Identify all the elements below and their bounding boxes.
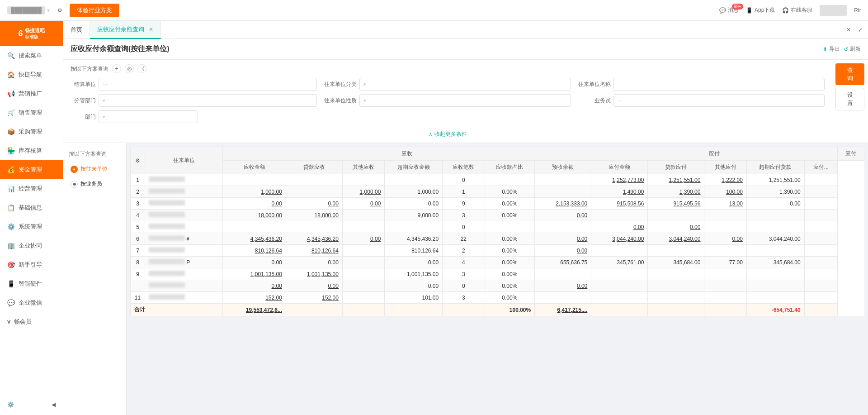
breadcrumb-text: ████████ [7,6,45,14]
department-arrow: ▾ [103,114,105,120]
settlement-input[interactable]: ··· [99,78,317,91]
layout: 6 畅捷通吧 标准版 🔍 搜索菜单 🏠 快捷导航 📢 营销推广 🛒 销售管理 📦… [0,21,868,415]
messages-btn[interactable]: 💬 消息 99+ [719,6,739,14]
filter-panel-header: 按以下方案查询 [63,147,126,162]
sidebar-item-marketing[interactable]: 📢 营销推广 [0,84,63,103]
search-icon: 🔍 [7,52,15,59]
sidebar-label-purchase: 采购管理 [19,128,42,136]
tab-expand-btn[interactable]: ⤢ [856,25,864,35]
user-area[interactable] [820,5,847,16]
salesperson-input[interactable]: ··· [613,94,825,107]
tab-home[interactable]: 首页 [63,21,90,39]
total-ap-loan [648,304,704,316]
sidebar-item-guide[interactable]: 🎯 新手引导 [0,255,63,274]
messages-badge: 99+ [732,4,743,10]
sidebar-label-marketing: 营销推广 [19,90,42,98]
sidebar-item-basic-info[interactable]: 📋 基础信息 [0,198,63,217]
th-ap-remaining-top: 应付 [837,147,864,161]
th-partner: 往来单位 [145,147,223,174]
sales-icon: 🛒 [7,109,15,116]
total-ar-prepay[interactable]: 6,417,215.... [535,304,591,316]
sidebar-item-hardware[interactable]: 📱 智能硬件 [0,274,63,293]
sidebar-label-operation: 经营管理 [19,185,42,193]
unit-category-select[interactable]: ▾ [359,78,571,91]
th-ar-other: 其他应收 [342,161,384,174]
th-ar-count: 应收笔数 [443,161,485,174]
sidebar-item-purchase[interactable]: 📦 采购管理 [0,122,63,141]
th-ap-overdue: 超期应付货款 [746,161,804,174]
set-btn[interactable]: 设置 [835,88,864,110]
refresh-btn[interactable]: ↺ 刷新 [844,45,861,53]
dept-select[interactable]: ▾ [99,94,317,107]
unit-nature-label: 往来单位性质 [324,97,357,105]
export-label: 导出 [829,45,840,53]
sidebar-item-search[interactable]: 🔍 搜索菜单 [0,46,63,65]
messages-icon: 💬 [719,7,726,14]
filter-option-by-unit[interactable]: ● 按往来单位 [63,162,126,176]
filter-settings-btn[interactable]: ◎ [125,64,134,73]
collapse-more-btn[interactable]: ∧ 收起更多条件 [429,130,467,138]
by-unit-icon: ● [71,166,78,173]
th-ar-loan: 贷款应收 [286,161,342,174]
sidebar-item-quick-nav[interactable]: 🏠 快捷导航 [0,65,63,84]
filter-group-department: 部门 ▾ [71,110,198,123]
th-settings[interactable]: ⚙ [131,147,145,174]
total-ar-loan [286,304,342,316]
app-download-btn[interactable]: 📱 App下载 [746,6,775,14]
total-ap-remaining [804,304,837,316]
sidebar-label-enterprise: 企业协同 [19,242,42,250]
th-ap-amount: 应付金额 [591,161,648,174]
sidebar-item-operation[interactable]: 📊 经营管理 [0,179,63,198]
filter-collapse-btn[interactable]: 《 [137,64,146,73]
total-ar-ratio: 100.00% [485,304,535,316]
export-btn[interactable]: ⬆ 导出 [823,45,840,53]
sidebar-label-inventory: 库存核算 [19,147,42,155]
user-avatar [820,5,847,16]
settlement-dots: ··· [103,81,107,87]
unit-nature-select[interactable]: ▾ [359,94,571,107]
table-row: 500.000.00 [131,221,864,233]
sidebar-item-finance[interactable]: 💰 资金管理 [0,160,63,179]
sidebar-label-basic-info: 基础信息 [19,204,42,212]
filter-add-btn[interactable]: + [112,64,121,73]
sidebar-item-enterprise[interactable]: 🏢 企业协同 [0,236,63,255]
sidebar-label-member: 畅会员 [14,318,32,326]
sidebar-item-member[interactable]: V 畅会员 [0,312,63,331]
btn-area: 查询 设置 [832,60,868,143]
filter-group-dept: 分管部门 ▾ [71,94,317,107]
filter-row-3: 部门 ▾ [71,110,825,123]
total-ar-overdue [385,304,443,316]
settlement-label: 结算单位 [71,81,96,88]
unit-name-input[interactable] [613,78,825,91]
sidebar-settings-btn[interactable]: ⚙️ ◀ [0,398,63,411]
th-ap-other: 其他应付 [704,161,746,174]
online-service-btn[interactable]: 🎧 在线客服 [782,6,812,14]
hardware-icon: 📱 [7,280,15,287]
solution-btn[interactable]: 体验行业方案 [70,4,119,17]
page-title: 应收应付余额查询(按往来单位) [71,44,170,54]
filter-option-by-employee[interactable]: ⏺ 按业务员 [63,176,126,191]
app-download-label: App下载 [755,6,775,14]
sidebar-item-inventory[interactable]: 🏪 库存核算 [0,141,63,160]
collapse-label: 收起更多条件 [434,130,467,138]
total-ar-amount[interactable]: 19,553,472,6... [223,304,286,316]
total-ar-other [342,304,384,316]
tab-bar-actions: ✕ ⤢ [844,25,868,35]
sidebar-label-system: 系统管理 [19,223,42,231]
query-btn[interactable]: 查询 [835,63,864,85]
sidebar-item-system[interactable]: ⚙️ 系统管理 [0,217,63,236]
online-service-label: 在线客服 [791,6,812,14]
tab-close-window-btn[interactable]: ✕ [844,25,853,35]
tab-close-btn[interactable]: ✕ [149,26,153,33]
tab-arba[interactable]: 应收应付余额查询 ✕ [90,21,161,39]
settings-icon[interactable]: ⚙ [53,4,66,17]
th-ap-remaining: 应付... [804,161,837,174]
sidebar-item-sales[interactable]: 🛒 销售管理 [0,103,63,122]
th-ar-amount: 应收金额 [223,161,286,174]
app-download-icon: 📱 [746,7,753,14]
table-row: 21,000.001,000.001,000.0010.00%1,490.001… [131,186,864,198]
content-area: 按以下方案查询 ● 按往来单位 ⏺ 按业务员 ⚙ 往来单位 [63,143,868,415]
table-row: 7810,126.64810,126.64810,126.6420.00%0.0… [131,245,864,257]
department-select[interactable]: ▾ [99,110,198,123]
sidebar-item-wechat[interactable]: 💬 企业微信 [0,293,63,312]
